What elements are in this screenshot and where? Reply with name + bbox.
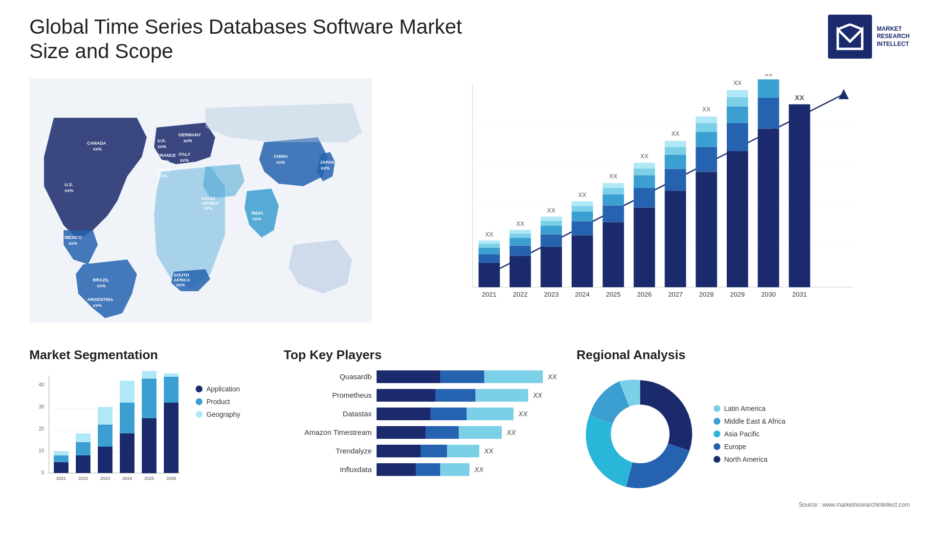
svg-rect-75 <box>758 129 779 287</box>
uk-label: U.K. <box>157 138 166 143</box>
svg-rect-13 <box>478 254 500 263</box>
svg-rect-80 <box>789 104 810 287</box>
china-val: xx% <box>276 160 285 165</box>
svg-rect-57 <box>665 147 686 155</box>
svg-rect-98 <box>76 455 90 473</box>
svg-text:2026: 2026 <box>637 290 651 298</box>
segmentation-area: Market Segmentation 0 10 20 30 40 <box>29 347 264 508</box>
china-label: CHINA <box>274 154 288 159</box>
segmentation-title: Market Segmentation <box>29 347 264 363</box>
svg-rect-44 <box>603 183 624 188</box>
svg-rect-77 <box>758 79 779 97</box>
source-text: Source : www.marketresearchintellect.com <box>577 501 910 508</box>
japan-val: xx% <box>321 166 330 171</box>
legend-na: North America <box>714 455 785 463</box>
svg-rect-108 <box>120 381 134 403</box>
svg-rect-94 <box>54 462 68 473</box>
svg-rect-54 <box>665 191 686 287</box>
svg-rect-61 <box>696 172 717 287</box>
svg-text:2030: 2030 <box>761 290 776 298</box>
player-name-quasardb: Quasardb <box>284 372 372 381</box>
svg-text:40: 40 <box>39 382 45 388</box>
logo-icon <box>835 22 865 51</box>
southafrica-label2: AFRICA <box>174 278 190 282</box>
svg-rect-63 <box>696 131 717 147</box>
europe-dot <box>714 443 720 450</box>
key-players-title: Top Key Players <box>284 347 557 363</box>
svg-rect-30 <box>540 216 562 220</box>
donut-wrap: Latin America Middle East & Africa Asia … <box>577 370 910 497</box>
player-val-prometheus: XX <box>533 391 542 399</box>
germany-label: GERMANY <box>179 132 201 137</box>
canada-label: CANADA <box>87 141 106 146</box>
player-influxdata: Influxdata XX <box>284 463 557 476</box>
bottom-section: Market Segmentation 0 10 20 30 40 <box>29 347 910 508</box>
player-val-trendalyze: XX <box>484 447 493 455</box>
svg-text:10: 10 <box>39 448 45 453</box>
svg-rect-35 <box>572 212 593 221</box>
svg-text:XX: XX <box>702 106 711 113</box>
svg-rect-95 <box>54 455 68 462</box>
svg-text:2028: 2028 <box>699 290 714 298</box>
na-dot <box>714 456 720 463</box>
segmentation-chart: 0 10 20 30 40 2021 <box>29 370 186 497</box>
mexico-label: MEXICO <box>65 235 82 240</box>
svg-rect-28 <box>540 226 562 235</box>
svg-rect-49 <box>634 175 655 188</box>
player-amazon: Amazon Timestream XX <box>284 426 557 439</box>
saudi-label: SAUDI <box>201 196 215 201</box>
svg-text:XX: XX <box>609 173 618 180</box>
svg-text:2025: 2025 <box>144 476 154 481</box>
svg-text:30: 30 <box>39 404 45 409</box>
geo-label: Geography <box>206 410 240 418</box>
svg-text:0: 0 <box>41 470 44 475</box>
svg-rect-112 <box>142 371 156 379</box>
player-bar-amazon: XX <box>377 426 557 439</box>
chart-container: XX 2021 XX 2022 XX 2023 <box>391 74 910 328</box>
svg-text:2023: 2023 <box>544 290 559 298</box>
svg-point-118 <box>611 405 670 463</box>
player-name-amazon: Amazon Timestream <box>284 428 372 436</box>
svg-text:XX: XX <box>485 231 493 238</box>
top-section: CANADA xx% U.S. xx% MEXICO xx% BRAZIL xx… <box>29 74 910 328</box>
svg-rect-29 <box>540 220 562 225</box>
svg-rect-20 <box>510 245 531 256</box>
svg-rect-36 <box>572 206 593 211</box>
us-val: xx% <box>65 188 73 193</box>
svg-rect-71 <box>727 97 748 107</box>
app-dot <box>196 386 202 392</box>
svg-text:XX: XX <box>671 130 680 137</box>
prod-dot <box>196 398 202 405</box>
svg-rect-19 <box>510 256 531 287</box>
svg-text:20: 20 <box>39 426 45 431</box>
svg-rect-34 <box>572 221 593 235</box>
svg-rect-116 <box>164 373 179 377</box>
spain-label: SPAIN <box>157 168 171 172</box>
svg-rect-68 <box>727 151 748 287</box>
player-trendalyze: Trendalyze XX <box>284 445 557 457</box>
spain-val: xx% <box>158 173 167 178</box>
svg-rect-70 <box>727 106 748 123</box>
svg-rect-27 <box>540 234 562 246</box>
argentina-val: xx% <box>93 303 102 308</box>
svg-text:2025: 2025 <box>606 290 621 298</box>
page-container: Global Time Series Databases Software Ma… <box>0 0 939 560</box>
svg-rect-102 <box>98 447 112 473</box>
player-quasardb: Quasardb XX <box>284 370 557 383</box>
map-container: CANADA xx% U.S. xx% MEXICO xx% BRAZIL xx… <box>29 74 372 328</box>
svg-rect-14 <box>478 247 500 254</box>
page-title: Global Time Series Databases Software Ma… <box>29 15 470 64</box>
svg-rect-99 <box>76 442 90 455</box>
mea-dot <box>714 418 720 425</box>
growth-chart: XX 2021 XX 2022 XX 2023 <box>391 74 910 328</box>
header: Global Time Series Databases Software Ma… <box>29 15 910 64</box>
svg-rect-65 <box>696 116 717 123</box>
player-bar-influxdata: XX <box>377 463 557 476</box>
saudi-label2: ARABIA <box>201 201 219 206</box>
player-datastax: Datastax XX <box>284 408 557 420</box>
svg-marker-11 <box>839 89 849 99</box>
apac-label: Asia Pacific <box>724 430 760 438</box>
svg-rect-114 <box>164 403 179 473</box>
logo-area: MARKET RESEARCH INTELLECT <box>828 15 910 59</box>
svg-rect-58 <box>665 141 686 147</box>
